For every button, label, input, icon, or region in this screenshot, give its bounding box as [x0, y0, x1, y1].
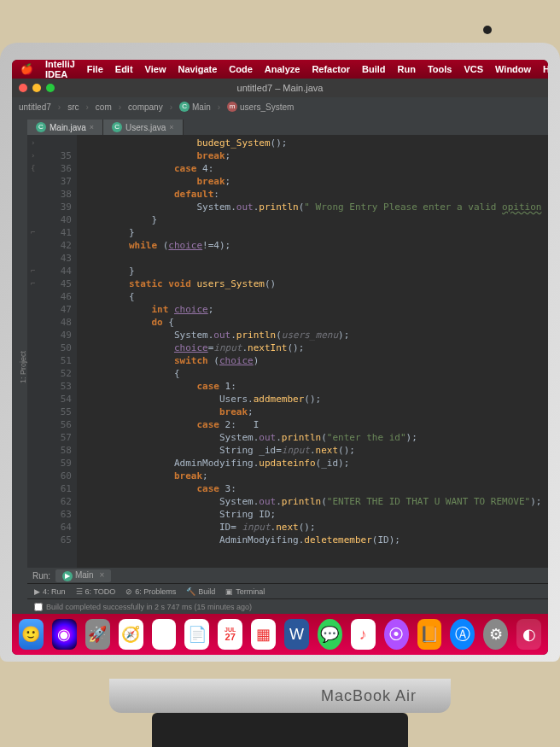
- run-config-icon: ▶: [62, 571, 73, 581]
- dock-music-icon[interactable]: ♪: [351, 619, 376, 650]
- traffic-lights: [12, 84, 55, 92]
- app-menu[interactable]: IntelliJ IDEA: [45, 60, 75, 79]
- menu-build[interactable]: Build: [362, 64, 386, 74]
- dock-siri-icon[interactable]: ◉: [52, 619, 77, 650]
- dock-calendar-icon[interactable]: JUL27: [218, 619, 242, 650]
- dock-finder-icon[interactable]: 🙂: [19, 619, 44, 650]
- toolwindow-problems[interactable]: ⊘ 6: Problems: [125, 587, 176, 596]
- menu-run[interactable]: Run: [398, 64, 416, 74]
- menu-file[interactable]: File: [87, 64, 103, 74]
- crumb-method[interactable]: musers_System: [227, 102, 294, 112]
- laptop-stand: [152, 713, 408, 747]
- crumb-src[interactable]: src: [67, 102, 79, 112]
- menu-navigate[interactable]: Navigate: [178, 64, 217, 74]
- crumb-com[interactable]: com: [96, 102, 112, 112]
- toolwindow-todo[interactable]: ☰ 6: TODO: [76, 587, 116, 596]
- toolwindow-run[interactable]: ▶ 4: Run: [34, 587, 66, 596]
- status-message: Build completed successfully in 2 s 747 …: [46, 603, 252, 611]
- close-icon[interactable]: ×: [169, 123, 173, 131]
- java-class-icon: C: [112, 122, 122, 132]
- macos-dock: 🙂 ◉ 🚀 🧭 ◯ 📄 JUL27 ▦ W 💬 ♪ ⦿ 📙 Ⓐ ⚙ ◐: [12, 614, 548, 655]
- toolwindow-build[interactable]: 🔨 Build: [186, 587, 215, 596]
- menu-window[interactable]: Window: [495, 64, 531, 74]
- dock-podcasts-icon[interactable]: ⦿: [384, 619, 409, 650]
- menu-edit[interactable]: Edit: [115, 64, 133, 74]
- run-config[interactable]: ▶ Main ×: [55, 569, 111, 582]
- bottom-toolwindow-tabs: ▶ 4: Run ☰ 6: TODO ⊘ 6: Problems 🔨 Build…: [27, 583, 548, 598]
- laptop-base: MacBook Air: [109, 679, 451, 713]
- toolwindow-project[interactable]: 1: Project: [19, 351, 27, 383]
- close-icon[interactable]: ×: [90, 123, 94, 131]
- close-icon[interactable]: ×: [99, 570, 104, 580]
- method-icon: m: [227, 102, 237, 112]
- status-checkbox[interactable]: [34, 603, 43, 611]
- crumb-class[interactable]: CMain: [179, 102, 211, 112]
- laptop-model-label: MacBook Air: [321, 687, 417, 705]
- menu-analyze[interactable]: Analyze: [265, 64, 300, 74]
- line-number-gutter[interactable]: 3536373839404142434445464748495051525354…: [53, 135, 77, 568]
- tab-label: Users.java: [125, 123, 166, 132]
- laptop-camera: [483, 26, 492, 34]
- nav-breadcrumb: untitled7› src› com› company› CMain› mus…: [12, 97, 548, 116]
- dock-books-icon[interactable]: 📙: [417, 619, 442, 650]
- dock-chrome-icon[interactable]: ◯: [152, 619, 177, 650]
- status-bar: Build completed successfully in 2 s 747 …: [27, 598, 548, 614]
- class-icon: C: [179, 102, 190, 112]
- run-label: Run:: [32, 571, 50, 581]
- dock-app-icon[interactable]: ▦: [251, 619, 276, 650]
- tab-main-java[interactable]: C Main.java ×: [27, 120, 103, 135]
- menu-help[interactable]: H: [543, 64, 548, 74]
- close-button[interactable]: [19, 84, 27, 92]
- window-titlebar: untitled7 – Main.java: [12, 79, 548, 97]
- dock-messages-icon[interactable]: 💬: [318, 619, 342, 650]
- apple-menu-icon[interactable]: 🍎: [20, 63, 33, 75]
- dock-word-icon[interactable]: W: [284, 619, 309, 650]
- menu-view[interactable]: View: [145, 64, 166, 74]
- menu-refactor[interactable]: Refactor: [312, 64, 350, 74]
- laptop-bezel: 🍎 IntelliJ IDEA File Edit View Navigate …: [0, 43, 560, 662]
- code-content[interactable]: budegt_System(); break; case 4: break; d…: [77, 135, 548, 568]
- dock-appstore-icon[interactable]: Ⓐ: [450, 619, 475, 650]
- menu-code[interactable]: Code: [229, 64, 253, 74]
- crumb-company[interactable]: company: [128, 102, 163, 112]
- editor-tabs: C Main.java × C Users.java ×: [27, 116, 548, 135]
- dock-launchpad-icon[interactable]: 🚀: [85, 619, 110, 650]
- toolwindow-terminal[interactable]: ▣ Terminal: [225, 587, 265, 596]
- crumb-project[interactable]: untitled7: [19, 102, 51, 112]
- minimize-button[interactable]: [32, 84, 41, 92]
- menu-tools[interactable]: Tools: [428, 64, 452, 74]
- run-panel-header[interactable]: Run: ▶ Main ×: [27, 568, 548, 583]
- tab-users-java[interactable]: C Users.java ×: [103, 120, 184, 135]
- screen: 🍎 IntelliJ IDEA File Edit View Navigate …: [12, 60, 548, 655]
- dock-settings-icon[interactable]: ⚙: [483, 619, 508, 650]
- menu-vcs[interactable]: VCS: [464, 64, 483, 74]
- maximize-button[interactable]: [46, 84, 55, 92]
- tab-label: Main.java: [50, 123, 86, 132]
- java-class-icon: C: [36, 122, 46, 132]
- code-editor[interactable]: ››{ ⌐⌐⌐ 35363738394041424344454647484950…: [27, 135, 548, 568]
- fold-column[interactable]: ››{ ⌐⌐⌐: [27, 135, 53, 568]
- dock-other-icon[interactable]: ◐: [516, 619, 541, 650]
- macos-menu-bar[interactable]: 🍎 IntelliJ IDEA File Edit View Navigate …: [12, 60, 548, 79]
- window-title: untitled7 – Main.java: [237, 83, 324, 93]
- dock-safari-icon[interactable]: 🧭: [119, 619, 143, 650]
- left-tool-strip: 1: Project 2: Structure 2: Favorites: [12, 116, 27, 614]
- dock-notes-icon[interactable]: 📄: [184, 619, 209, 650]
